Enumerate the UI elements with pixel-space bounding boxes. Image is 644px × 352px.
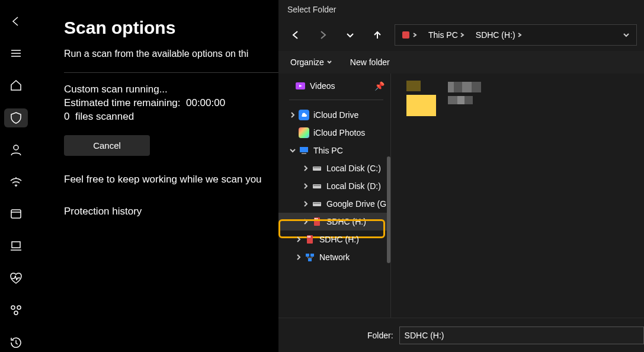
svg-point-4 [17,306,21,309]
svg-rect-21 [309,236,310,238]
window-icon [9,207,23,220]
svg-rect-18 [316,218,318,220]
nav-back-button[interactable] [284,24,307,46]
account-button[interactable] [4,140,28,159]
tree-label: This PC [313,146,343,155]
svg-rect-23 [310,254,314,257]
shield-button[interactable] [4,108,28,127]
tree-sdhc-selected[interactable]: SDHC (H:) [278,213,390,231]
address-bar[interactable]: This PC SDHC (H:) [395,24,637,46]
svg-point-3 [11,306,15,309]
organize-menu[interactable]: Organize [290,57,332,67]
tree-label: iCloud Photos [313,128,365,137]
svg-rect-6 [402,31,409,39]
chevron-right-icon [295,236,302,243]
arrow-left-icon [290,30,301,40]
chevron-right-icon [459,32,465,38]
nav-forward-button[interactable] [312,24,334,46]
menu-button[interactable] [4,44,28,63]
history-button[interactable] [4,333,28,352]
chevron-right-icon [289,111,296,119]
folder-name-input[interactable] [399,327,644,344]
tree-local-d[interactable]: Local Disk (D:) [278,177,390,195]
dialog-footer: Folder: [278,318,644,352]
chevron-right-icon [412,32,418,38]
tree-label: Local Disk (C:) [326,164,381,173]
health-button[interactable] [4,269,28,288]
disk-icon [312,199,322,209]
svg-rect-1 [11,210,21,218]
tree-label: Local Disk (D:) [326,181,381,191]
chevron-right-icon [302,165,309,172]
svg-point-5 [14,311,18,315]
obscured-filename [448,82,481,92]
sd-icon [401,30,411,40]
chevron-down-icon [326,59,332,65]
tree-label: SDHC (H:) [319,235,359,244]
chevron-down-icon [623,31,630,39]
address-dropdown-button[interactable] [619,31,633,39]
tree-scrollbar[interactable] [387,156,390,263]
icloud-icon [299,110,309,120]
tree-videos[interactable]: Videos 📌 [278,77,390,95]
nav-up-button[interactable] [366,24,389,46]
svg-rect-17 [315,218,316,220]
pin-icon: 📌 [374,81,385,91]
tree-label: SDHC (H:) [326,217,366,226]
tree-sdhc[interactable]: SDHC (H:) [278,231,390,248]
crumb-this-pc[interactable]: This PC [423,25,470,45]
tree-google-drive[interactable]: Google Drive (G [278,195,390,213]
new-folder-button[interactable]: New folder [350,57,390,67]
chevron-right-icon [302,200,309,207]
svg-rect-8 [300,147,308,152]
chevron-right-icon [295,254,302,261]
shield-icon [9,111,23,124]
folder-thumbnail[interactable] [406,95,436,116]
app-sidebar [0,0,31,352]
tree-icloud-drive[interactable]: iCloud Drive [278,106,390,124]
cancel-button[interactable]: Cancel [64,135,150,156]
app-control-button[interactable] [4,204,28,223]
device-button[interactable] [4,236,28,255]
network-button[interactable] [4,172,28,191]
tree-local-c[interactable]: Local Disk (C:) [278,159,390,177]
folder-field-label: Folder: [367,331,393,340]
chevron-right-icon [517,32,523,38]
family-icon [9,304,23,317]
folder-thumbnail[interactable] [406,81,421,91]
family-button[interactable] [4,301,28,320]
dialog-nav-bar: This PC SDHC (H:) [278,19,644,51]
tree-label: Google Drive (G [326,199,386,209]
folder-contents[interactable] [391,73,644,318]
files-label: files scanned [75,111,134,122]
select-folder-dialog: Select Folder This PC SDHC (H:) [278,0,644,352]
arrow-up-icon [372,30,383,40]
tree-divider [289,100,383,100]
arrow-left-icon [9,15,23,28]
network-icon [305,252,315,263]
svg-rect-13 [313,185,321,186]
svg-rect-20 [307,236,309,238]
new-folder-label: New folder [350,57,390,67]
disk-icon [312,181,322,191]
video-folder-icon [295,81,306,91]
photos-icon [299,127,309,138]
crumb-pc-icon[interactable] [399,25,423,45]
user-icon [9,143,23,156]
organize-label: Organize [290,57,324,67]
svg-rect-11 [313,167,321,168]
back-button[interactable] [4,12,28,31]
tree-icloud-photos[interactable]: iCloud Photos [278,124,390,142]
chevron-right-icon [302,218,309,225]
dialog-toolbar: Organize New folder [278,51,644,73]
folder-tree: Videos 📌 iCloud Drive iCloud Photos [278,73,391,318]
home-button[interactable] [4,76,28,95]
nav-recent-button[interactable] [339,24,361,46]
crumb-sdhc[interactable]: SDHC (H:) [470,25,528,45]
history-icon [9,336,23,349]
svg-rect-9 [302,153,306,154]
tree-this-pc[interactable]: This PC [278,142,390,159]
tree-network[interactable]: Network [278,248,390,266]
obscured-filename [448,96,473,104]
arrow-right-icon [318,30,328,40]
